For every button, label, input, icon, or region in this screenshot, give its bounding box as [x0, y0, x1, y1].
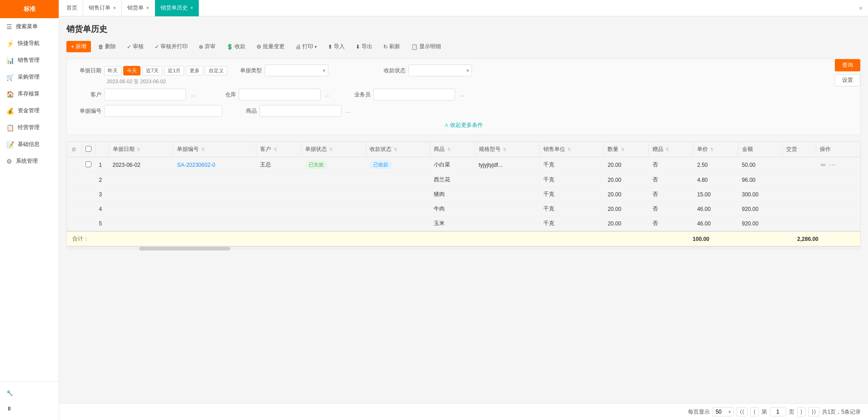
- collect-status-label: 收款状态: [378, 67, 406, 75]
- sidebar-item-quick-nav[interactable]: ⚡ 快捷导航: [0, 35, 59, 52]
- date-btn-7days[interactable]: 近7天: [142, 66, 162, 75]
- row1-edit-icon[interactable]: ✏: [821, 161, 826, 169]
- page-size-select[interactable]: 50 100: [712, 407, 734, 416]
- collapse-button[interactable]: ∧ 收起更多条件: [444, 121, 483, 129]
- date-btn-1month[interactable]: 近1月: [164, 66, 184, 75]
- row5-amount: 920.00: [738, 216, 782, 231]
- table-row: 1 2023-06-02 SA-20230602-0 王总 已生效 已收款: [67, 157, 860, 173]
- page-first-btn[interactable]: ⟨⟨: [737, 407, 748, 416]
- tab-sales-goods-close[interactable]: ×: [146, 5, 149, 10]
- scrollbar-thumb[interactable]: [139, 247, 230, 250]
- tab-sales-order-close[interactable]: ×: [113, 5, 116, 10]
- sidebar-item-inventory[interactable]: 🏠 库存核算: [0, 85, 59, 102]
- new-button[interactable]: + 新增: [66, 41, 91, 52]
- col-doc-status[interactable]: 单据状态 ⇅: [301, 142, 366, 157]
- staff-input[interactable]: [373, 89, 455, 100]
- date-btn-more[interactable]: 更多: [186, 66, 203, 75]
- audit-button[interactable]: ✓ 审核: [123, 41, 147, 52]
- col-spec[interactable]: 规格型号 ⇅: [475, 142, 539, 157]
- horizontal-scrollbar[interactable]: [66, 246, 861, 250]
- row4-gear: [67, 202, 81, 216]
- date-btn-yesterday[interactable]: 昨天: [104, 66, 121, 75]
- row2-num: 2: [95, 173, 109, 187]
- sidebar-item-finance[interactable]: 💰 资金管理: [0, 102, 59, 119]
- goods-dots[interactable]: ...: [344, 108, 352, 114]
- row1-pay-status: 已收款: [366, 157, 430, 173]
- audit-print-button[interactable]: ✓ 审核并打印: [151, 41, 191, 52]
- page-input[interactable]: [770, 407, 786, 416]
- print-button[interactable]: 🖨 打印 ▾: [292, 41, 321, 52]
- col-pay-status[interactable]: 收款状态 ⇅: [366, 142, 430, 157]
- docno-input[interactable]: [104, 105, 222, 117]
- row2-goods: 西兰花: [430, 173, 475, 187]
- row1-checkbox[interactable]: [85, 161, 91, 167]
- row5-price: 46.00: [693, 216, 738, 231]
- sidebar-item-sales-mgmt[interactable]: 📊 销售管理: [0, 52, 59, 69]
- close-all-tabs[interactable]: ×: [853, 5, 868, 12]
- col-unit[interactable]: 销售单位 ⇅: [539, 142, 604, 157]
- import-button[interactable]: ⬆ 导入: [324, 41, 348, 52]
- tab-sales-history[interactable]: 销货单历史 ×: [155, 0, 199, 16]
- page-unit: 页: [789, 408, 794, 416]
- row3-doc-status: [301, 187, 366, 202]
- show-detail-label: 显示明细: [419, 43, 441, 50]
- sidebar-bottom-item1[interactable]: 🔧: [0, 385, 59, 401]
- col-price[interactable]: 单价 ⇅: [693, 142, 738, 157]
- refresh-button[interactable]: ↻ 刷新: [380, 41, 404, 52]
- col-gear[interactable]: ⚙: [67, 142, 81, 157]
- sidebar-item-search-menu[interactable]: ☰ 搜索菜单: [0, 18, 59, 35]
- col-gift[interactable]: 赠品 ⇅: [648, 142, 693, 157]
- row1-docno-link[interactable]: SA-20230602-0: [177, 162, 215, 168]
- date-btn-today[interactable]: 今天: [123, 66, 140, 75]
- row1-pay-status-badge: 已收款: [370, 160, 392, 169]
- row4-spec: [475, 202, 539, 216]
- batch-change-button[interactable]: ⚙ 批量变更: [253, 41, 288, 52]
- page-last-btn[interactable]: ⟩⟩: [808, 407, 819, 416]
- settings-button[interactable]: 设置: [835, 74, 860, 86]
- col-docno[interactable]: 单据编号 ⇅: [173, 142, 256, 157]
- tab-sales-history-close[interactable]: ×: [191, 5, 193, 10]
- customer-dots[interactable]: ...: [189, 91, 197, 98]
- tab-home[interactable]: 首页: [61, 0, 83, 16]
- customer-input[interactable]: [104, 89, 186, 100]
- abandon-button[interactable]: ⊗ 弃审: [195, 41, 219, 52]
- goods-input[interactable]: [260, 105, 341, 117]
- col-docno-label: 单据编号: [177, 146, 199, 152]
- main-area: 首页 销售订单 × 销货单 × 销货单历史 × × 销货单历史 + 新增: [59, 0, 868, 420]
- sidebar-item-operation[interactable]: 📋 经营管理: [0, 119, 59, 136]
- sidebar-bottom-item2[interactable]: ⏸: [0, 401, 59, 416]
- page-next-btn[interactable]: ⟩: [797, 407, 806, 416]
- page-prev-btn[interactable]: ⟨: [750, 407, 759, 416]
- row3-check: [81, 187, 95, 202]
- collect-button[interactable]: 💲 收款: [223, 41, 249, 52]
- row3-amount: 300.00: [738, 187, 782, 202]
- warehouse-label: 仓库: [209, 91, 236, 99]
- col-unit-label: 销售单位: [543, 146, 565, 152]
- sidebar-item-purchase-mgmt[interactable]: 🛒 采购管理: [0, 69, 59, 85]
- date-btn-custom[interactable]: 自定义: [205, 66, 227, 75]
- staff-dots[interactable]: ...: [458, 91, 466, 98]
- row1-check: [81, 157, 95, 173]
- collect-status-select[interactable]: [408, 65, 472, 76]
- sidebar-item-sys-mgmt[interactable]: ⚙ 系统管理: [0, 153, 59, 170]
- row1-more-icon[interactable]: ⋯: [829, 161, 836, 169]
- doc-type-select[interactable]: [265, 65, 328, 76]
- col-date[interactable]: 单据日期 ⇅: [109, 142, 173, 157]
- tab-sales-goods[interactable]: 销货单 ×: [122, 0, 155, 16]
- show-detail-button[interactable]: 📋 显示明细: [407, 41, 445, 52]
- query-button[interactable]: 查询: [835, 59, 860, 71]
- tab-sales-order[interactable]: 销售订单 ×: [83, 0, 122, 16]
- sidebar-item-label: 销售管理: [18, 56, 40, 64]
- col-customer[interactable]: 客户 ⇅: [256, 142, 301, 157]
- sort-customer-icon: ⇅: [274, 147, 277, 152]
- row3-goods: 猪肉: [430, 187, 475, 202]
- col-qty[interactable]: 数量 ⇅: [604, 142, 648, 157]
- warehouse-input[interactable]: [239, 89, 321, 100]
- row4-unit: 千克: [539, 202, 604, 216]
- sidebar-item-basic-info[interactable]: 📝 基础信息: [0, 136, 59, 153]
- delete-button[interactable]: 🗑 删除: [95, 41, 120, 52]
- warehouse-dots[interactable]: ...: [323, 91, 331, 98]
- col-goods[interactable]: 商品 ⇅: [430, 142, 475, 157]
- export-button[interactable]: ⬇ 导出: [352, 41, 376, 52]
- select-all-checkbox[interactable]: [85, 146, 91, 152]
